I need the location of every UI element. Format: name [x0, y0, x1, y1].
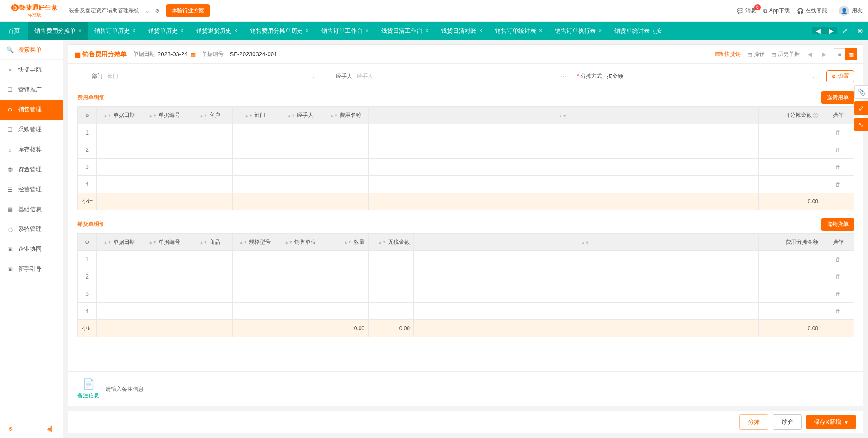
- allocate-button[interactable]: 分摊: [739, 414, 768, 430]
- table-gear-header[interactable]: ⚙: [78, 107, 97, 124]
- remark-input[interactable]: [106, 386, 854, 392]
- sidebar-item-inventory[interactable]: ⌂库存核算: [0, 140, 63, 159]
- close-icon[interactable]: ×: [425, 28, 428, 34]
- discard-button[interactable]: 放弃: [773, 414, 802, 430]
- delete-icon[interactable]: 🗑: [822, 285, 854, 303]
- table-row[interactable]: 1🗑: [78, 124, 854, 141]
- col-spacer[interactable]: ▲▼: [414, 234, 759, 251]
- table-gear-header[interactable]: ⚙: [78, 234, 97, 251]
- close-icon[interactable]: ×: [78, 28, 82, 34]
- delete-icon[interactable]: 🗑: [822, 141, 854, 159]
- tab-cost-allocation[interactable]: 销售费用分摊单×: [28, 22, 88, 40]
- select-sales-doc-button[interactable]: 选销货单: [821, 218, 854, 231]
- delete-icon[interactable]: 🗑: [822, 251, 854, 268]
- delete-icon[interactable]: 🗑: [822, 159, 854, 176]
- table-row[interactable]: 2🗑: [78, 141, 854, 159]
- col-net[interactable]: ▲▼无税金额: [369, 234, 414, 251]
- tab-delivery-history[interactable]: 销货单历史×: [142, 22, 190, 40]
- settings-icon[interactable]: ⚙: [155, 8, 160, 14]
- app-download-action[interactable]: ⧉ App下载: [763, 7, 790, 14]
- table-row[interactable]: 4🗑: [78, 303, 854, 320]
- sidebar-search[interactable]: 🔍搜索菜单: [0, 40, 63, 60]
- view-form-icon[interactable]: ▦: [845, 48, 857, 60]
- close-icon[interactable]: ×: [306, 28, 309, 34]
- sidebar-item-quicknav[interactable]: ✧快捷导航: [0, 60, 63, 80]
- handler-input[interactable]: 经手人⋯: [357, 71, 566, 82]
- delete-icon[interactable]: 🗑: [822, 176, 854, 193]
- user-menu[interactable]: 👤 用友: [839, 6, 863, 16]
- sidebar-settings-icon[interactable]: ⚙: [8, 426, 13, 432]
- doc-date-value[interactable]: 2023-03-24: [158, 51, 188, 58]
- close-icon[interactable]: ×: [479, 28, 482, 34]
- col-no[interactable]: ▲▼单据编号: [142, 234, 187, 251]
- col-handler[interactable]: ▲▼经手人: [278, 107, 323, 124]
- table-row[interactable]: 3🗑: [78, 285, 854, 303]
- attachment-rail-icon[interactable]: 📎: [854, 85, 868, 99]
- next-doc-icon[interactable]: ▶: [820, 51, 828, 58]
- col-product[interactable]: ▲▼商品: [187, 234, 233, 251]
- tabs-scroll-right[interactable]: ▶: [825, 27, 837, 34]
- col-unit[interactable]: ▲▼销售单位: [278, 234, 323, 251]
- industry-plan-button[interactable]: 体验行业方案: [166, 4, 210, 17]
- table-row[interactable]: 3🗑: [78, 159, 854, 176]
- settings-button[interactable]: ⚙设置: [826, 70, 854, 82]
- method-input[interactable]: 按金额⌄: [607, 71, 815, 82]
- shortcut-action[interactable]: ⌨快捷键: [715, 50, 741, 58]
- history-action[interactable]: ▤历史单据: [771, 50, 800, 58]
- col-amount[interactable]: 可分摊金额?: [759, 107, 822, 124]
- view-list-icon[interactable]: ≡: [834, 48, 845, 60]
- tab-sales-order-exec[interactable]: 销售订单执行表×: [548, 22, 608, 40]
- sidebar-item-basedata[interactable]: ▤基础信息: [0, 199, 63, 219]
- delete-icon[interactable]: 🗑: [822, 303, 854, 320]
- tab-money-goods-workbench[interactable]: 钱货日清工作台×: [375, 22, 435, 40]
- tabs-scroll-left[interactable]: ◀: [812, 27, 825, 34]
- col-date[interactable]: ▲▼单据日期: [97, 234, 142, 251]
- sidebar-item-operation[interactable]: ☰经营管理: [0, 179, 63, 199]
- delete-icon[interactable]: 🗑: [822, 268, 854, 285]
- expand-rail-icon[interactable]: ⤢: [854, 101, 868, 115]
- delete-icon[interactable]: 🗑: [822, 124, 854, 141]
- tabs-expand-icon[interactable]: ⤢: [837, 27, 853, 34]
- close-icon[interactable]: ×: [599, 28, 602, 34]
- sidebar-item-system[interactable]: ◌系统管理: [0, 219, 63, 239]
- fullscreen-rail-icon[interactable]: ⤡: [854, 118, 868, 131]
- sidebar-item-guide[interactable]: ▣新手引导: [0, 259, 63, 279]
- col-date[interactable]: ▲▼单据日期: [97, 107, 142, 124]
- col-name[interactable]: ▲▼费用名称: [323, 107, 369, 124]
- tab-sales-order-history[interactable]: 销售订单历史×: [88, 22, 142, 40]
- col-spacer[interactable]: ▲▼: [369, 107, 759, 124]
- save-new-button[interactable]: 保存&新增▼: [806, 415, 856, 429]
- tab-money-goods-reconcile[interactable]: 钱货日清对账×: [435, 22, 489, 40]
- sidebar-item-marketing[interactable]: ☐营销推广: [0, 80, 63, 100]
- close-icon[interactable]: ×: [132, 28, 135, 34]
- calendar-icon[interactable]: ▦: [191, 51, 196, 58]
- tab-cost-allocation-history[interactable]: 销售费用分摊单历史×: [244, 22, 315, 40]
- table-row[interactable]: 2🗑: [78, 268, 854, 285]
- sidebar-item-purchase[interactable]: ☐采购管理: [0, 120, 63, 140]
- help-icon[interactable]: ?: [813, 113, 818, 118]
- tab-return-history[interactable]: 销货退货历史×: [190, 22, 244, 40]
- close-icon[interactable]: ×: [234, 28, 237, 34]
- sidebar-collapse-icon[interactable]: ◀▎: [47, 426, 55, 432]
- dept-input[interactable]: 部门⌄: [107, 71, 316, 82]
- sidebar-item-sales[interactable]: ⚙销售管理: [0, 100, 63, 120]
- operate-action[interactable]: ▤操作: [747, 50, 765, 58]
- tab-sales-order-stats[interactable]: 销售订单统计表×: [489, 22, 548, 40]
- col-customer[interactable]: ▲▼客户: [187, 107, 233, 124]
- col-spec[interactable]: ▲▼规格型号: [233, 234, 278, 251]
- prev-doc-icon[interactable]: ◀: [806, 51, 814, 58]
- close-icon[interactable]: ×: [539, 28, 542, 34]
- tab-delivery-stats[interactable]: 销货单统计表（按: [608, 22, 668, 40]
- tab-sales-order-workbench[interactable]: 销售订单工作台×: [315, 22, 375, 40]
- table-row[interactable]: 1🗑: [78, 251, 854, 268]
- col-alloc[interactable]: 费用分摊金额: [759, 234, 822, 251]
- online-service-action[interactable]: 🎧 在线客服: [797, 7, 827, 14]
- select-cost-doc-button[interactable]: 选费用单: [821, 91, 854, 104]
- table-row[interactable]: 4🗑: [78, 176, 854, 193]
- system-select[interactable]: 装备及固定资产辅助管理系统 ⌄: [69, 7, 150, 14]
- sidebar-item-collab[interactable]: ▣企业协同: [0, 239, 63, 259]
- tabs-close-all-icon[interactable]: ⊗: [853, 27, 868, 34]
- sidebar-item-finance[interactable]: ⛃资金管理: [0, 159, 63, 179]
- col-no[interactable]: ▲▼单据编号: [142, 107, 187, 124]
- col-dept[interactable]: ▲▼部门: [233, 107, 278, 124]
